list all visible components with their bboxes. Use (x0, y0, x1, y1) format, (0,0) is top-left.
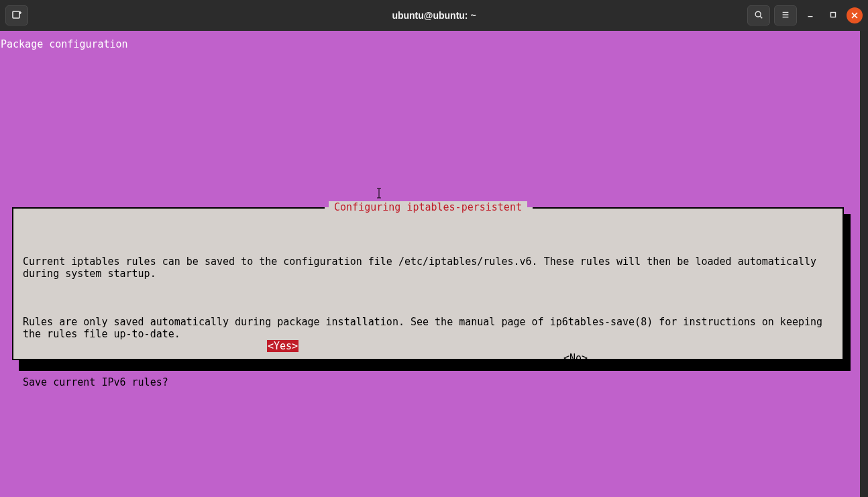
dialog-prompt: Save current IPv6 rules? (23, 376, 833, 388)
minimize-button[interactable] (801, 6, 820, 25)
close-icon (851, 10, 858, 21)
search-icon (754, 10, 763, 21)
svg-rect-0 (13, 11, 19, 18)
dialog-title: Configuring iptables-persistent (329, 201, 527, 213)
minimize-icon (806, 10, 815, 21)
svg-line-4 (760, 16, 762, 18)
maximize-button[interactable] (824, 6, 843, 25)
window-title: ubuntu@ubuntu: ~ (0, 10, 868, 21)
maximize-icon (828, 10, 838, 21)
menu-button[interactable] (774, 5, 797, 25)
text-cursor-icon (351, 176, 358, 186)
dialog-paragraph-1: Current iptables rules can be saved to t… (23, 256, 833, 280)
terminal-viewport[interactable]: Package configuration Configuring iptabl… (0, 31, 868, 497)
package-config-header: Package configuration (1, 38, 128, 50)
config-dialog: Configuring iptables-persistent Current … (12, 207, 844, 360)
svg-point-3 (755, 11, 761, 17)
search-button[interactable] (747, 5, 770, 25)
hamburger-icon (781, 10, 790, 21)
terminal-scrollbar[interactable] (860, 31, 868, 497)
svg-rect-9 (831, 12, 836, 17)
new-tab-button[interactable] (5, 5, 28, 25)
dialog-buttons: <Yes> <No> (13, 328, 843, 341)
close-button[interactable] (847, 7, 863, 23)
new-tab-icon (11, 9, 22, 22)
no-button[interactable]: <No> (563, 352, 588, 364)
titlebar: ubuntu@ubuntu: ~ (0, 0, 868, 31)
yes-button[interactable]: <Yes> (267, 340, 299, 352)
